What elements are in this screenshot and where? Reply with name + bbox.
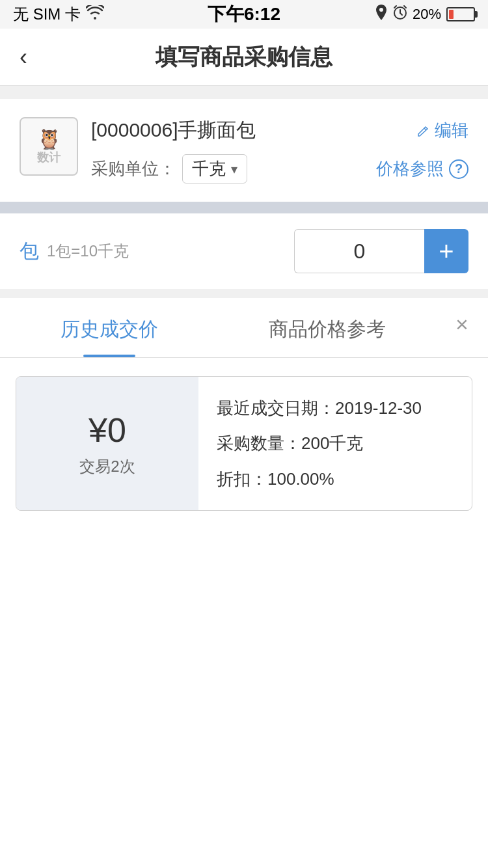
price-amount: ¥0 — [88, 411, 126, 450]
product-name-row: [0000006]手撕面包 编辑 — [91, 117, 468, 144]
product-name: [0000006]手撕面包 — [91, 117, 256, 144]
tabs-section: 历史成交价 商品价格参考 × ¥0 交易2次 最近成交日期：2019-12-30… — [0, 298, 488, 868]
quantity-input[interactable] — [294, 229, 424, 273]
price-ref-button[interactable]: 价格参照 ? — [376, 157, 468, 180]
tabs-header: 历史成交价 商品价格参考 × — [0, 298, 488, 358]
nav-bar: ‹ 填写商品采购信息 — [0, 29, 488, 86]
product-section: 🦉 数计 [0000006]手撕面包 编辑 采购单位： — [0, 99, 488, 202]
product-details: [0000006]手撕面包 编辑 采购单位： 千克 ▾ — [91, 117, 468, 183]
unit-select-group: 采购单位： 千克 ▾ — [91, 154, 247, 183]
status-left: 无 SIM 卡 — [13, 4, 104, 25]
alarm-icon — [393, 5, 407, 24]
logo-icon: 🦉 数计 — [37, 128, 61, 165]
edit-button[interactable]: 编辑 — [416, 119, 468, 142]
battery-icon — [446, 7, 475, 21]
quantity-control: + — [294, 229, 468, 273]
quantity-section: 包 1包=10千克 + — [0, 213, 488, 289]
unit-dropdown[interactable]: 千克 ▾ — [182, 154, 247, 183]
section-divider — [0, 202, 488, 213]
back-button[interactable]: ‹ — [20, 46, 27, 69]
tab-price-reference[interactable]: 商品价格参考 — [218, 298, 436, 357]
price-date: 最近成交日期：2019-12-30 — [217, 396, 454, 420]
status-right: 20% — [375, 5, 475, 24]
tabs-close-button[interactable]: × — [436, 312, 488, 344]
price-right-panel: 最近成交日期：2019-12-30 采购数量：200千克 折扣：100.00% — [198, 377, 472, 510]
location-icon — [375, 5, 388, 24]
status-time: 下午6:12 — [208, 2, 280, 27]
product-logo: 🦉 数计 — [20, 117, 78, 176]
content-area — [0, 529, 488, 868]
help-icon: ? — [449, 159, 468, 179]
unit-row: 采购单位： 千克 ▾ 价格参照 ? — [91, 154, 468, 183]
product-header: 🦉 数计 [0000006]手撕面包 编辑 采购单位： — [20, 117, 468, 183]
page-title: 填写商品采购信息 — [156, 42, 332, 72]
unit-label: 采购单位： — [91, 157, 176, 180]
price-card: ¥0 交易2次 最近成交日期：2019-12-30 采购数量：200千克 折扣：… — [16, 376, 472, 511]
price-transactions: 交易2次 — [79, 456, 135, 477]
tab-history-price[interactable]: 历史成交价 — [0, 298, 218, 357]
price-left-panel: ¥0 交易2次 — [16, 377, 198, 510]
unit-info: 包 1包=10千克 — [20, 238, 129, 265]
carrier-text: 无 SIM 卡 — [13, 4, 81, 25]
price-discount: 折扣：100.00% — [217, 467, 454, 491]
unit-equiv: 1包=10千克 — [47, 241, 129, 262]
chevron-down-icon: ▾ — [231, 161, 237, 177]
unit-badge: 包 — [20, 238, 39, 265]
status-bar: 无 SIM 卡 下午6:12 20% — [0, 0, 488, 29]
wifi-icon — [86, 5, 104, 23]
quantity-plus-button[interactable]: + — [424, 229, 468, 273]
battery-percent: 20% — [413, 6, 441, 23]
price-qty: 采购数量：200千克 — [217, 431, 454, 455]
